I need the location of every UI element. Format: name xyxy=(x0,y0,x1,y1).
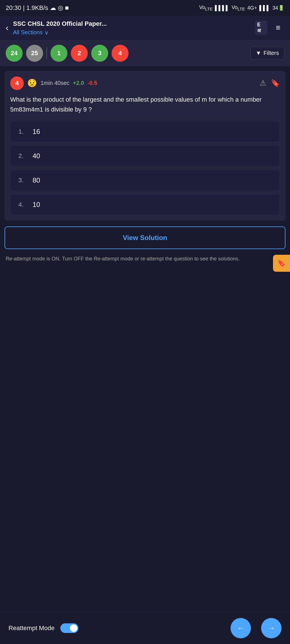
question-number-25[interactable]: 25 xyxy=(26,45,43,62)
option-2[interactable]: 2. 40 xyxy=(10,146,280,166)
stop-icon: ■ xyxy=(65,4,69,11)
reattempt-mode-label: Reattempt Mode xyxy=(8,624,55,632)
option-2-number: 2. xyxy=(18,152,27,160)
meta-icons-right: ⚠ 🔖 xyxy=(260,79,280,87)
status-indicators: VoLTE ▌▌▌▌ VoLTE 4G+ ▌▌▌ 34🔋 xyxy=(199,5,284,11)
status-speed: | 1.9KB/s xyxy=(23,4,48,11)
cloud-icon: ☁ xyxy=(50,4,56,11)
option-4[interactable]: 4. 10 xyxy=(10,194,280,215)
edu-icon: E अ xyxy=(255,21,267,35)
question-number-24[interactable]: 24 xyxy=(6,45,23,62)
prev-icon: ← xyxy=(237,624,245,633)
filters-button[interactable]: ▼ Filters xyxy=(250,47,284,59)
reattempt-info-text: Re-attempt mode is ON. Turn OFF the Re-a… xyxy=(0,255,290,269)
question-number-4[interactable]: 4 xyxy=(112,45,129,62)
battery-icon: 34🔋 xyxy=(272,5,284,11)
next-icon: → xyxy=(267,624,275,633)
question-meta: 4 😟 1min 40sec +2.0 -0.5 ⚠ 🔖 xyxy=(10,76,280,90)
menu-icon: ≡ xyxy=(276,23,280,32)
filters-label: Filters xyxy=(264,50,279,56)
header-title-section: SSC CHSL 2020 Official Paper... All Sect… xyxy=(13,20,250,36)
prev-button[interactable]: ← xyxy=(231,618,251,638)
question-number-1[interactable]: 1 xyxy=(50,45,67,62)
content-spacer xyxy=(0,269,290,382)
alert-icon[interactable]: ⚠ xyxy=(260,79,266,87)
question-text: What is the product of the largest and t… xyxy=(10,95,280,114)
bar-separator xyxy=(46,48,47,59)
status-time-speed: 20:30 | 1.9KB/s ☁ ◎ ■ xyxy=(6,4,69,12)
floating-icon: 🔖 xyxy=(277,259,286,267)
4g-indicator: 4G+ xyxy=(247,5,257,11)
signal2-icon: ▌▌▌ xyxy=(259,5,270,11)
reattempt-toggle[interactable] xyxy=(60,623,78,633)
question-number-bar: 24 25 1 2 3 4 ▼ Filters xyxy=(0,40,290,66)
option-1-number: 1. xyxy=(18,128,27,135)
header: ‹ SSC CHSL 2020 Official Paper... All Se… xyxy=(0,16,290,40)
question-badge: 4 xyxy=(10,76,24,90)
toggle-knob xyxy=(70,624,77,632)
all-sections-label: All Sections xyxy=(13,29,43,36)
floating-action-button[interactable]: 🔖 xyxy=(273,255,290,272)
option-4-value: 10 xyxy=(33,201,40,209)
question-number-3[interactable]: 3 xyxy=(91,45,108,62)
chevron-down-icon: ∨ xyxy=(44,29,49,36)
compass-icon: ◎ xyxy=(58,4,63,11)
next-button[interactable]: → xyxy=(261,618,282,638)
all-sections-dropdown[interactable]: All Sections ∨ xyxy=(13,29,250,36)
lte2-indicator: VoLTE xyxy=(232,5,245,11)
option-1[interactable]: 1. 16 xyxy=(10,121,280,142)
option-3[interactable]: 3. 80 xyxy=(10,170,280,191)
lte-indicator: VoLTE xyxy=(199,5,212,11)
header-title: SSC CHSL 2020 Official Paper... xyxy=(13,20,250,28)
header-icons: E अ ≡ xyxy=(255,22,284,34)
options-list: 1. 16 2. 40 3. 80 4. 10 xyxy=(10,121,280,215)
time-display: 1min 40sec xyxy=(40,80,69,86)
view-solution-button[interactable]: View Solution xyxy=(5,226,285,249)
option-3-value: 80 xyxy=(33,176,40,184)
question-number-2[interactable]: 2 xyxy=(71,45,88,62)
bookmark-icon[interactable]: 🔖 xyxy=(271,79,280,87)
status-bar: 20:30 | 1.9KB/s ☁ ◎ ■ VoLTE ▌▌▌▌ VoLTE 4… xyxy=(0,0,290,16)
question-card: 4 😟 1min 40sec +2.0 -0.5 ⚠ 🔖 What is the… xyxy=(5,71,285,221)
bottom-bar: Reattempt Mode ← → xyxy=(0,612,290,644)
timer-icon: 😟 xyxy=(27,78,37,88)
score-plus: +2.0 xyxy=(73,80,84,86)
signal-icon: ▌▌▌▌ xyxy=(215,5,229,11)
back-button[interactable]: ‹ xyxy=(6,23,8,32)
menu-button[interactable]: ≡ xyxy=(272,22,284,34)
edu-icon-button[interactable]: E अ xyxy=(255,22,267,34)
option-3-number: 3. xyxy=(18,177,27,184)
option-2-value: 40 xyxy=(33,152,40,160)
status-time: 20:30 xyxy=(6,4,21,11)
option-4-number: 4. xyxy=(18,201,27,208)
option-1-value: 16 xyxy=(33,128,40,136)
score-minus: -0.5 xyxy=(88,80,97,86)
filter-icon: ▼ xyxy=(256,50,261,56)
